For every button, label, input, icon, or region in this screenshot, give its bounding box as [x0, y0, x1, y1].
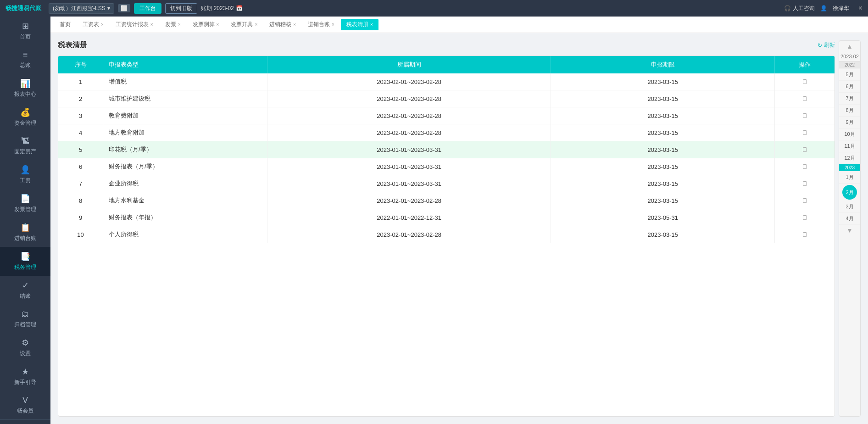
- company-name: (勿动）江西服宝-LSS: [53, 5, 106, 12]
- tab-payroll-report[interactable]: 工资统计报表 ×: [110, 19, 159, 30]
- page-header: 税表清册 ↻ 刷新: [58, 40, 835, 50]
- cell-deadline: 2023-03-15: [551, 90, 775, 107]
- action-icon-6[interactable]: 🗒: [801, 180, 808, 187]
- company-selector[interactable]: (勿动）江西服宝-LSS ▾: [49, 3, 114, 14]
- sidebar-item-invoice-mgmt[interactable]: 📄 发票管理: [0, 189, 50, 218]
- action-icon-4[interactable]: 🗒: [801, 146, 808, 153]
- sidebar-item-report-center[interactable]: 📊 报表中心: [0, 74, 50, 103]
- cell-type: 财务报表（月/季）: [103, 158, 267, 175]
- member-icon: V: [22, 396, 28, 405]
- sidebar-item-home[interactable]: ⊞ 首页: [0, 17, 50, 45]
- col-header-deadline: 申报期限: [551, 56, 775, 73]
- cell-type: 财务报表（年报）: [103, 209, 267, 226]
- calendar-icon[interactable]: 📅: [236, 5, 243, 11]
- settings-icon: ⚙: [22, 338, 29, 348]
- tab-invoice-calc-label: 发票测算: [193, 21, 215, 28]
- sidebar-item-fund-mgmt[interactable]: 💰 资金管理: [0, 103, 50, 132]
- sidebar-item-new-guide[interactable]: ★ 新手引导: [0, 362, 50, 391]
- action-icon-9[interactable]: 🗒: [801, 231, 808, 238]
- cell-action: 🗒: [775, 226, 835, 243]
- refresh-button[interactable]: ↻ 刷新: [818, 41, 835, 49]
- month-11[interactable]: 11月: [839, 140, 860, 152]
- page-title: 税表清册: [58, 40, 87, 50]
- cell-deadline: 2023-03-15: [551, 141, 775, 158]
- cell-period: 2023-02-01~2023-02-28: [267, 73, 551, 90]
- tab-purchase-account-close[interactable]: ×: [332, 22, 334, 27]
- month-2023-2[interactable]: 2月: [842, 185, 857, 200]
- cell-no: 3: [58, 107, 103, 124]
- sidebar-item-archive-mgmt[interactable]: 🗂 归档管理: [0, 305, 50, 333]
- year-nav-down[interactable]: ▼: [845, 225, 855, 236]
- cell-type: 地方教育附加: [103, 124, 267, 141]
- tab-invoice-open-close[interactable]: ×: [255, 22, 257, 27]
- sidebar-label-settlement: 结账: [20, 292, 31, 300]
- cell-deadline: 2023-03-15: [551, 158, 775, 175]
- tab-tax-register[interactable]: 税表清册 ×: [341, 19, 378, 30]
- tab-payroll-label: 工资表: [83, 21, 99, 28]
- copy-button[interactable]: ⬜: [118, 4, 130, 12]
- sidebar-item-purchase-ledger[interactable]: 📋 进销台账: [0, 218, 50, 247]
- sidebar-item-settlement[interactable]: ✓ 结账: [0, 276, 50, 305]
- month-9[interactable]: 9月: [839, 117, 860, 128]
- workbench-button[interactable]: 工作台: [134, 3, 161, 14]
- tab-tax-register-close[interactable]: ×: [370, 22, 373, 27]
- sidebar-item-fixed-assets[interactable]: 🏗 固定资产: [0, 132, 50, 160]
- cell-type: 印花税（月/季）: [103, 141, 267, 158]
- tab-invoice[interactable]: 发票 ×: [160, 19, 186, 30]
- topbar-close-button[interactable]: ×: [858, 4, 862, 12]
- cell-type: 教育费附加: [103, 107, 267, 124]
- sidebar-item-general-ledger[interactable]: ≡ 总账: [0, 45, 50, 74]
- tab-purchase-check[interactable]: 进销稽核 ×: [264, 19, 301, 30]
- month-2022-label: 2022: [839, 61, 860, 69]
- user-service[interactable]: 🎧 人工咨询: [784, 5, 814, 12]
- month-12[interactable]: 12月: [839, 152, 860, 164]
- year-nav-up[interactable]: ▲: [845, 41, 855, 52]
- period-label: 账期: [201, 5, 212, 12]
- sidebar-label-invoice-mgmt: 发票管理: [14, 206, 36, 213]
- month-2023-4[interactable]: 4月: [839, 213, 860, 225]
- cell-period: 2022-01-01~2022-12-31: [267, 209, 551, 226]
- month-8[interactable]: 8月: [839, 105, 860, 117]
- action-icon-7[interactable]: 🗒: [801, 197, 808, 204]
- tab-invoice-close[interactable]: ×: [178, 22, 181, 27]
- month-10[interactable]: 10月: [839, 128, 860, 140]
- action-icon-8[interactable]: 🗒: [801, 214, 808, 221]
- tab-invoice-open[interactable]: 发票开具 ×: [225, 19, 263, 30]
- month-6[interactable]: 6月: [839, 81, 860, 93]
- action-icon-5[interactable]: 🗒: [801, 163, 808, 170]
- month-2023-1[interactable]: 1月: [839, 172, 860, 184]
- cell-deadline: 2023-03-15: [551, 226, 775, 243]
- month-2023-3[interactable]: 3月: [839, 201, 860, 213]
- page-content: 税表清册 ↻ 刷新 序号 申报表类型 所属期间: [50, 33, 868, 424]
- sidebar-label-payroll: 工资: [20, 177, 31, 184]
- tab-payroll-close[interactable]: ×: [101, 22, 104, 27]
- tab-invoice-calc-close[interactable]: ×: [217, 22, 219, 27]
- cell-action: 🗒: [775, 175, 835, 192]
- sidebar-item-tax-mgmt[interactable]: 📑 税务管理: [0, 247, 50, 276]
- tab-payroll[interactable]: 工资表 ×: [77, 19, 109, 30]
- tab-home[interactable]: 首页: [54, 19, 76, 30]
- action-icon-2[interactable]: 🗒: [801, 112, 808, 119]
- sidebar-label-member: 畅会员: [17, 407, 33, 415]
- sidebar-label-report-center: 报表中心: [14, 90, 36, 98]
- tab-purchase-check-close[interactable]: ×: [293, 22, 296, 27]
- month-7[interactable]: 7月: [839, 93, 860, 105]
- switch-old-button[interactable]: 切到旧版: [165, 3, 197, 14]
- sidebar-item-settings[interactable]: ⚙ 设置: [0, 333, 50, 362]
- tab-invoice-calc[interactable]: 发票测算 ×: [187, 19, 225, 30]
- tab-payroll-report-close[interactable]: ×: [150, 22, 153, 27]
- year-2023-label: 2023: [839, 164, 860, 172]
- action-icon-0[interactable]: 🗒: [801, 78, 808, 85]
- month-5[interactable]: 5月: [839, 69, 860, 81]
- tab-purchase-account[interactable]: 进销台账 ×: [302, 19, 340, 30]
- sidebar-item-payroll[interactable]: 👤 工资: [0, 160, 50, 189]
- action-icon-1[interactable]: 🗒: [801, 95, 808, 102]
- cell-action: 🗒: [775, 209, 835, 226]
- action-icon-3[interactable]: 🗒: [801, 129, 808, 136]
- tab-invoice-label: 发票: [165, 21, 176, 28]
- cell-no: 9: [58, 209, 103, 226]
- col-header-no: 序号: [58, 56, 103, 73]
- sidebar-item-member[interactable]: V 畅会员: [0, 391, 50, 419]
- cell-no: 2: [58, 90, 103, 107]
- sidebar-label-purchase-ledger: 进销台账: [14, 234, 36, 242]
